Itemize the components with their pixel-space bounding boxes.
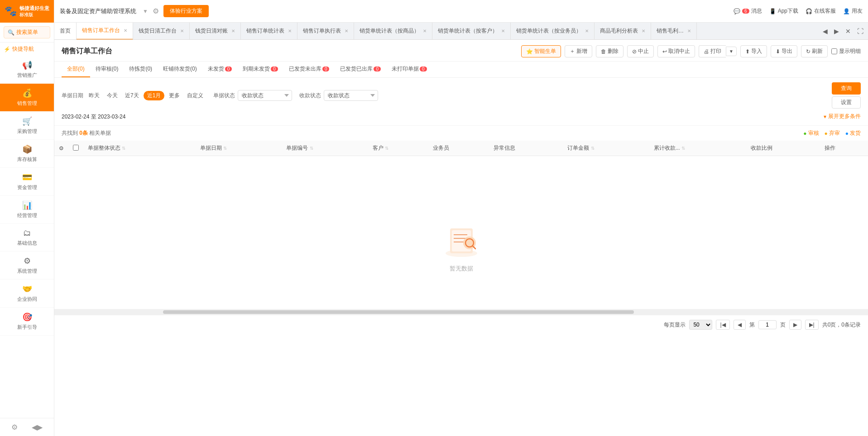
ship-action-button[interactable]: ● 发货 bbox=[845, 129, 861, 137]
sort-number-icon[interactable]: ⇅ bbox=[310, 146, 313, 151]
smart-gen-button[interactable]: ⭐ 智能生单 bbox=[521, 45, 561, 57]
print-dropdown-button[interactable]: ▼ bbox=[726, 47, 737, 56]
close-tab-gross-profit-icon[interactable]: ✕ bbox=[642, 28, 645, 33]
close-tab-sales-workbench-icon[interactable]: ✕ bbox=[124, 28, 127, 33]
close-tab-sales-more-icon[interactable]: ✕ bbox=[687, 28, 691, 33]
tab-gross-profit[interactable]: 商品毛利分析表 ✕ bbox=[595, 23, 651, 40]
sidebar-item-finance[interactable]: 💳 资金管理 bbox=[0, 168, 54, 196]
show-detail-label[interactable]: 显示明细 bbox=[831, 47, 861, 55]
unreviewed-action-button[interactable]: ● 弃审 bbox=[825, 129, 840, 137]
add-button[interactable]: ＋ 新增 bbox=[565, 45, 592, 57]
close-tab-sum-staff-icon[interactable]: ✕ bbox=[585, 28, 589, 33]
refresh-button[interactable]: ↻ 刷新 bbox=[801, 45, 828, 57]
close-tab-sales-stat-icon[interactable]: ✕ bbox=[288, 28, 292, 33]
sidebar-item-enterprise[interactable]: 🤝 企业协同 bbox=[0, 280, 54, 308]
sidebar-item-operations[interactable]: 📊 经营管理 bbox=[0, 196, 54, 224]
sidebar-item-inventory[interactable]: 📦 库存核算 bbox=[0, 140, 54, 168]
sidebar-item-base[interactable]: 🗂 基础信息 bbox=[0, 224, 54, 251]
tabbar-next-button[interactable]: ▶ bbox=[832, 27, 841, 36]
collapse-icon[interactable]: ◀▶ bbox=[32, 423, 43, 431]
tab-sales-sum-product[interactable]: 销货单统计表（按商品） ✕ bbox=[354, 23, 432, 40]
th-gear[interactable]: ⚙ bbox=[54, 141, 68, 156]
sidebar-item-guide[interactable]: 🎯 新手引导 bbox=[0, 308, 54, 336]
tabbar-close-button[interactable]: ✕ bbox=[844, 27, 853, 36]
expand-more-button[interactable]: ▾ 展开更多条件 bbox=[824, 113, 861, 120]
sidebar-item-purchase[interactable]: 🛒 采购管理 bbox=[0, 112, 54, 140]
date-btn-7days[interactable]: 近7天 bbox=[122, 91, 142, 100]
search-menu-button[interactable]: 🔍 搜索菜单 bbox=[4, 26, 50, 38]
date-btn-yesterday[interactable]: 昨天 bbox=[86, 91, 102, 100]
status-select[interactable]: 收款状态 bbox=[238, 90, 292, 101]
tab-sales-sum-staff[interactable]: 销货单统计表（按业务员） ✕ bbox=[511, 23, 595, 40]
import-button[interactable]: ⬆ 导入 bbox=[740, 45, 767, 57]
sidebar-item-sales[interactable]: 💰 销售管理 bbox=[0, 84, 54, 112]
sub-tab-wangpu[interactable]: 旺铺待发货(0) bbox=[158, 62, 202, 77]
print-button-group: 🖨 打印 ▼ bbox=[699, 45, 737, 57]
sort-status-icon[interactable]: ⇅ bbox=[122, 146, 125, 151]
cancel-stop-button[interactable]: ↩ 取消中止 bbox=[657, 45, 695, 57]
tab-sales-workbench[interactable]: 销售订单工作台 ✕ bbox=[77, 23, 133, 40]
print-button[interactable]: 🖨 打印 bbox=[699, 45, 726, 57]
sub-tab-not-printed[interactable]: 未打印单据0 bbox=[386, 62, 432, 77]
sub-tab-pending-pick[interactable]: 待拣货(0) bbox=[124, 62, 158, 77]
quick-nav[interactable]: ⚡ 快捷导航 bbox=[0, 43, 54, 56]
tab-cash-day[interactable]: 钱货日清工作台 ✕ bbox=[133, 23, 190, 40]
sort-customer-icon[interactable]: ⇅ bbox=[385, 146, 388, 151]
tab-sales-more[interactable]: 销售毛利… ✕ bbox=[651, 23, 697, 40]
sort-date-icon[interactable]: ⇅ bbox=[223, 146, 227, 151]
topbar-settings-icon[interactable]: ⚙ bbox=[153, 7, 159, 15]
dropdown-arrow-icon[interactable]: ▼ bbox=[143, 8, 148, 14]
settings-bottom-icon[interactable]: ⚙ bbox=[11, 423, 18, 431]
sidebar-item-marketing[interactable]: 📢 营销推广 bbox=[0, 56, 54, 84]
message-button[interactable]: 💬 6 消息 bbox=[734, 7, 762, 15]
set-button[interactable]: 设置 bbox=[832, 96, 861, 109]
overdue-badge: 0 bbox=[271, 66, 278, 71]
sort-amount-icon[interactable]: ⇅ bbox=[591, 146, 595, 151]
select-all-checkbox[interactable] bbox=[73, 145, 79, 151]
user-menu-button[interactable]: 👤 用友 bbox=[843, 7, 863, 15]
pagination-next-button[interactable]: ▶ bbox=[789, 320, 801, 330]
date-btn-more[interactable]: 更多 bbox=[166, 91, 182, 100]
stop-button[interactable]: ⊘ 中止 bbox=[627, 45, 654, 57]
sub-tab-shipped-out[interactable]: 已发货已出库0 bbox=[335, 62, 386, 77]
sub-tab-overdue[interactable]: 到期未发货0 bbox=[237, 62, 283, 77]
collect-select[interactable]: 收款状态 bbox=[324, 90, 378, 101]
query-button[interactable]: 查询 bbox=[832, 82, 861, 95]
sidebar-item-system[interactable]: ⚙ 系统管理 bbox=[0, 251, 54, 280]
close-tab-sales-exec-icon[interactable]: ✕ bbox=[345, 28, 348, 33]
page-number-input[interactable] bbox=[758, 320, 777, 329]
close-tab-sum-customer-icon[interactable]: ✕ bbox=[501, 28, 505, 33]
sub-tab-not-shipped[interactable]: 未发货0 bbox=[202, 62, 238, 77]
app-download-button[interactable]: 📱 App下载 bbox=[769, 7, 798, 15]
online-service-button[interactable]: 🎧 在线客服 bbox=[806, 7, 836, 15]
export-button[interactable]: ⬇ 导出 bbox=[771, 45, 797, 57]
sub-tab-all[interactable]: 全部(0) bbox=[62, 62, 90, 77]
th-checkbox[interactable] bbox=[68, 141, 83, 156]
sub-tab-shipped-not-out[interactable]: 已发货未出库0 bbox=[283, 62, 335, 77]
pagination-prev-button[interactable]: ◀ bbox=[734, 320, 746, 330]
scrollbar-thumb[interactable] bbox=[163, 310, 634, 314]
tab-cash-reconcile[interactable]: 钱货日清对账 ✕ bbox=[190, 23, 241, 40]
close-tab-cash-day-icon[interactable]: ✕ bbox=[180, 28, 184, 33]
tab-sales-sum-customer[interactable]: 销货单统计表（按客户） ✕ bbox=[432, 23, 511, 40]
date-btn-1month[interactable]: 近1月 bbox=[144, 91, 165, 100]
close-tab-sum-product-icon[interactable]: ✕ bbox=[423, 28, 427, 33]
pagination-first-button[interactable]: |◀ bbox=[716, 320, 729, 330]
per-page-select[interactable]: 10 20 50 100 bbox=[689, 320, 712, 330]
industry-solution-button[interactable]: 体验行业方案 bbox=[163, 5, 209, 17]
tabbar-prev-button[interactable]: ◀ bbox=[821, 27, 830, 36]
date-btn-today[interactable]: 今天 bbox=[104, 91, 120, 100]
date-btn-custom[interactable]: 自定义 bbox=[184, 91, 206, 100]
sort-collected-icon[interactable]: ⇅ bbox=[681, 146, 685, 151]
horizontal-scrollbar[interactable] bbox=[54, 309, 868, 315]
tab-home[interactable]: 首页 bbox=[54, 23, 77, 40]
pagination-last-button[interactable]: ▶| bbox=[805, 320, 819, 330]
review-action-button[interactable]: ● 审核 bbox=[803, 129, 819, 137]
show-detail-checkbox[interactable] bbox=[831, 48, 837, 54]
delete-button[interactable]: 🗑 删除 bbox=[596, 45, 623, 57]
tabbar-fullscreen-button[interactable]: ⛶ bbox=[855, 27, 865, 36]
sub-tab-pending-review[interactable]: 待审核(0) bbox=[90, 62, 124, 77]
close-tab-cash-reconcile-icon[interactable]: ✕ bbox=[231, 28, 235, 33]
tab-sales-exec[interactable]: 销售订单执行表 ✕ bbox=[297, 23, 354, 40]
tab-sales-stat[interactable]: 销售订单统计表 ✕ bbox=[241, 23, 297, 40]
